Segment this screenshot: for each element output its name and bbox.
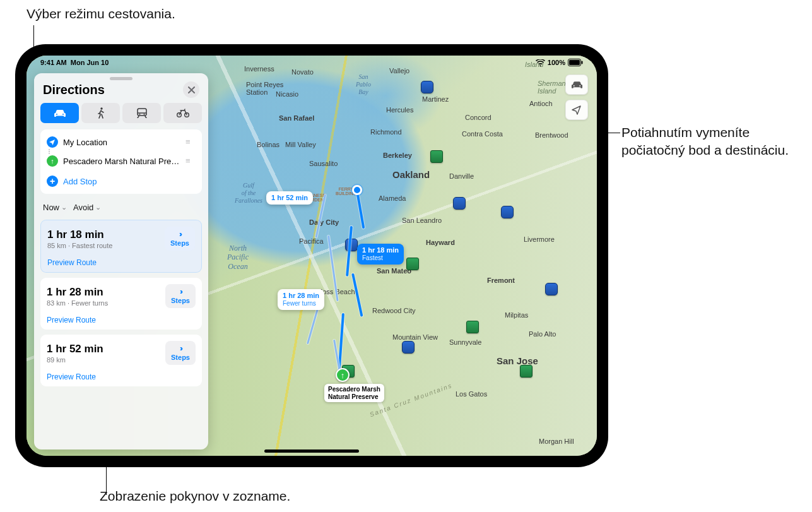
add-stop-label: Add Stop [63,177,196,186]
city-sunnyvale: Sunnyvale [449,338,481,346]
plus-icon: + [47,176,58,187]
svg-point-7 [143,114,144,115]
destination-icon: ↑ [47,155,58,167]
directions-panel: Directions [34,73,208,449]
shield-interstate [545,283,558,295]
city-livermore: Livermore [524,235,555,243]
locate-button[interactable] [565,100,588,120]
battery-icon [568,59,583,66]
panel-grabber[interactable] [110,77,132,80]
city-oakland: Oakland [392,169,430,180]
city-san-jose: San Jose [497,355,538,366]
svg-rect-4 [138,109,146,116]
panel-title: Directions [43,83,105,97]
city-mill: Mill Valley [285,141,316,148]
route-time: 1 hr 28 min [47,286,108,299]
walk-icon [97,107,105,119]
city-bolinas: Bolinas [257,141,279,148]
route-bubble-selected[interactable]: 1 hr 18 minFastest [357,244,404,265]
shield-interstate [501,206,514,218]
bike-icon [176,109,190,117]
avoid-button[interactable]: Avoid [72,200,102,215]
car-icon [53,109,67,118]
stop-end[interactable]: ↑ Pescadero Marsh Natural Preserve ≡ [40,151,202,171]
route-bubble-alt2[interactable]: 1 hr 52 min [266,191,313,205]
callout-right: Potiahnutím vymeníte počiatočný bod a de… [621,124,804,160]
add-stop[interactable]: + Add Stop [40,171,202,191]
options-row: Now Avoid [34,194,208,220]
drag-handle-icon[interactable]: ≡ [185,159,196,164]
preview-route-link[interactable]: Preview Route [47,372,196,381]
callout-top: Výber režimu cestovania. [26,5,175,23]
stop-start-label: My Location [63,138,180,147]
mode-cycle[interactable] [163,103,202,123]
city-berkeley: Berkeley [383,152,412,159]
transit-icon [136,108,148,118]
status-bar: 9:41 AM Mon Jun 10 100% [26,56,597,69]
svg-point-6 [139,114,140,115]
map-mode-button[interactable] [565,74,588,95]
routes-list: 1 hr 18 min 85 km · Fastest route ››Step… [34,220,208,449]
svg-point-3 [100,107,102,109]
water-label-gulf: Gulf of the Farallones [235,182,262,205]
mode-walk[interactable] [81,103,120,123]
location-arrow-icon [572,105,582,115]
destination-label: Pescadero Marsh Natural Preserve [324,384,384,402]
city-sausalito: Sausalito [309,160,338,167]
mode-segmented-control [34,103,208,129]
current-location-dot [352,185,362,195]
mode-transit[interactable] [122,103,161,123]
city-los-gatos: Los Gatos [456,390,487,398]
svg-rect-2 [582,61,583,64]
svg-rect-1 [569,60,580,65]
city-redwood: Redwood City [372,307,415,314]
wifi-icon [536,59,545,66]
chevron-right-icon: ›› [180,345,181,352]
callout-bottom: Zobrazenie pokynov v zozname. [100,487,290,505]
preview-route-link[interactable]: Preview Route [47,316,196,324]
mode-drive[interactable] [40,103,79,123]
route-card-2[interactable]: 1 hr 28 min 83 km · Fewer turns ››Steps … [40,278,202,330]
location-icon [47,136,58,148]
route-bubble-alt1[interactable]: 1 hr 28 minFewer turns [278,289,324,310]
shield-interstate [421,81,433,93]
stops-list: My Location ≡ ↑ Pescadero Marsh Natural … [40,129,202,194]
city-san-rafael: San Rafael [279,114,314,122]
depart-time-button[interactable]: Now [42,200,68,215]
preview-route-link[interactable]: Preview Route [47,258,195,267]
drag-handle-icon[interactable]: ≡ [185,140,196,145]
city-antioch: Antioch [529,100,553,107]
shield-interstate [453,197,466,210]
steps-button[interactable]: ››Steps [165,341,196,365]
home-indicator[interactable] [264,449,359,453]
steps-button[interactable]: ››Steps [165,284,196,308]
steps-button[interactable]: ››Steps [165,227,195,251]
ipad-frame: North Pacific Ocean San Pablo Bay Gulf o… [15,44,608,467]
close-icon [188,86,195,93]
shield-ca [520,365,533,378]
route-card-1[interactable]: 1 hr 18 min 85 km · Fastest route ››Step… [40,220,202,273]
route-time: 1 hr 18 min [47,229,112,241]
car-icon [571,80,583,90]
city-richmond: Richmond [370,128,402,136]
destination-dot: ↑ [336,368,350,382]
city-sherman: Sherman Island [538,80,566,95]
city-morgan-hill: Morgan Hill [539,438,574,445]
water-label-san-pablo-bay: San Pablo Bay [356,73,371,96]
route-card-3[interactable]: 1 hr 52 min 89 km ››Steps Preview Route [40,335,202,386]
chevron-right-icon: ›› [179,230,180,238]
route-sub: 83 km · Fewer turns [47,299,108,307]
city-martinez: Martinez [422,95,449,103]
shield-ca [466,321,479,333]
close-button[interactable] [183,81,199,98]
status-time: 9:41 AM [40,59,67,66]
city-nicasio: Nicasio [276,90,298,98]
city-san-leandro: San Leandro [402,217,442,224]
city-hercules: Hercules [386,106,413,114]
stop-start[interactable]: My Location ≡ [40,132,202,152]
city-concord: Concord [465,114,491,121]
city-mtn-view: Mountain View [392,333,438,341]
shield-ca [430,150,443,163]
map-controls [565,74,588,120]
route-sub: 85 km · Fastest route [47,242,112,249]
